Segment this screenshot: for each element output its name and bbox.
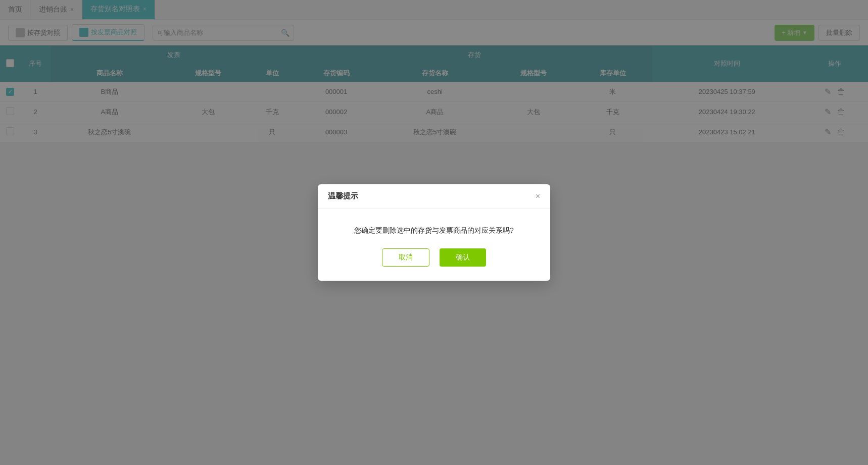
dialog-header: 温馨提示 × — [318, 184, 550, 209]
dialog: 温馨提示 × 您确定要删除选中的存货与发票商品的对应关系吗? 取消 确认 — [318, 184, 550, 280]
dialog-footer: 取消 确认 — [318, 248, 550, 281]
btn-cancel[interactable]: 取消 — [382, 248, 429, 267]
dialog-body: 您确定要删除选中的存货与发票商品的对应关系吗? — [318, 209, 550, 248]
modal-overlay: 温馨提示 × 您确定要删除选中的存货与发票商品的对应关系吗? 取消 确认 — [0, 0, 868, 465]
dialog-message: 您确定要删除选中的存货与发票商品的对应关系吗? — [354, 226, 514, 234]
dialog-close-button[interactable]: × — [536, 192, 540, 201]
btn-confirm[interactable]: 确认 — [440, 248, 486, 267]
dialog-title: 温馨提示 — [328, 191, 358, 201]
